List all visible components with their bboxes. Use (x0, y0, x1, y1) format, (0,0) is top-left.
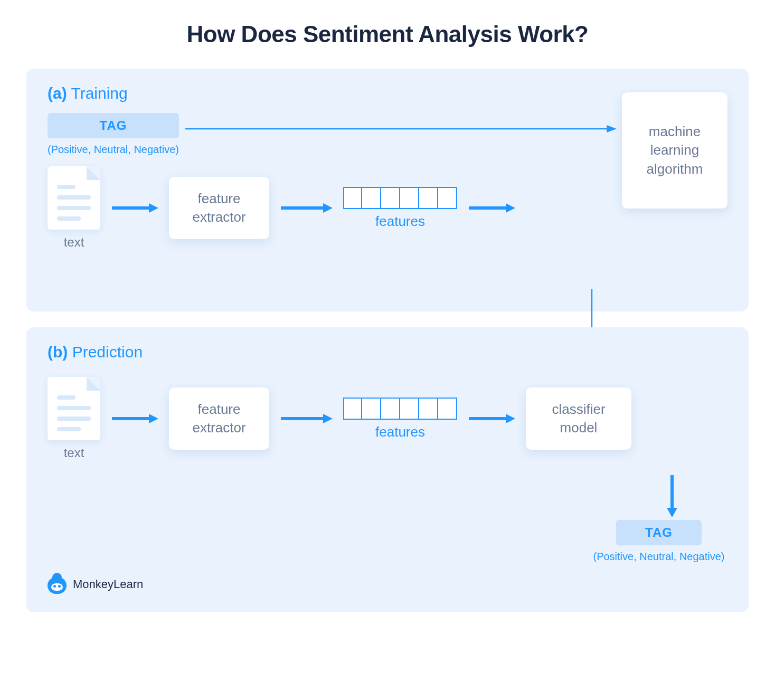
classifier-model-node: classifiermodel (526, 387, 631, 450)
svg-marker-7 (506, 203, 515, 213)
monkeylearn-logo-icon (48, 575, 67, 594)
panel-a-label: Training (71, 84, 127, 102)
svg-marker-11 (149, 414, 158, 423)
training-panel: (a) Training TAG (Positive, Neutral, Neg… (26, 69, 749, 311)
svg-marker-3 (149, 203, 158, 213)
brand-name: MonkeyLearn (73, 578, 143, 591)
features-label: features (343, 213, 457, 230)
tag-caption: (Positive, Neutral, Negative) (48, 144, 179, 156)
panel-b-label: Prediction (72, 343, 143, 361)
ml-algorithm-label: machinelearningalgorithm (647, 122, 703, 178)
features-label: features (343, 424, 457, 440)
arrow-icon (111, 202, 158, 214)
feature-cells-icon (343, 398, 457, 420)
text-label: text (48, 235, 100, 250)
arrow-icon (111, 412, 158, 425)
feature-extractor-node: featureextractor (169, 177, 269, 239)
svg-marker-5 (323, 203, 333, 213)
tag-badge: TAG (48, 113, 179, 138)
features-vector: features (343, 187, 457, 230)
panel-a-marker: (a) (48, 84, 67, 102)
features-vector: features (343, 398, 457, 440)
output-tag-caption: (Positive, Neutral, Negative) (590, 551, 727, 563)
svg-marker-1 (607, 125, 617, 133)
output-tag-badge: TAG (616, 520, 702, 545)
document-icon (48, 377, 100, 440)
feature-extractor-label: featureextractor (192, 191, 245, 225)
arrow-icon (468, 412, 515, 425)
panel-b-marker: (b) (48, 343, 68, 361)
document-icon (48, 166, 100, 230)
text-document: text (48, 377, 100, 460)
feature-extractor-node: featureextractor (169, 387, 269, 450)
feature-extractor-label: featureextractor (192, 401, 245, 436)
brand: MonkeyLearn (48, 575, 143, 594)
ml-algorithm-node: machinelearningalgorithm (622, 92, 727, 209)
text-document: text (48, 166, 100, 250)
arrow-tag-to-algo (179, 124, 617, 134)
svg-marker-17 (667, 508, 677, 517)
arrow-icon (280, 202, 333, 214)
panel-b-title: (b) Prediction (48, 343, 727, 361)
svg-marker-13 (323, 414, 333, 423)
arrow-icon (468, 202, 515, 214)
arrow-icon (280, 412, 333, 425)
arrow-model-to-tag (665, 475, 681, 517)
text-label: text (48, 446, 100, 460)
diagram-title: How Does Sentiment Analysis Work? (26, 21, 749, 48)
classifier-model-label: classifiermodel (552, 401, 605, 436)
prediction-panel: (b) Prediction text featureextractor fea… (26, 327, 749, 612)
feature-cells-icon (343, 187, 457, 209)
svg-marker-15 (506, 414, 515, 423)
